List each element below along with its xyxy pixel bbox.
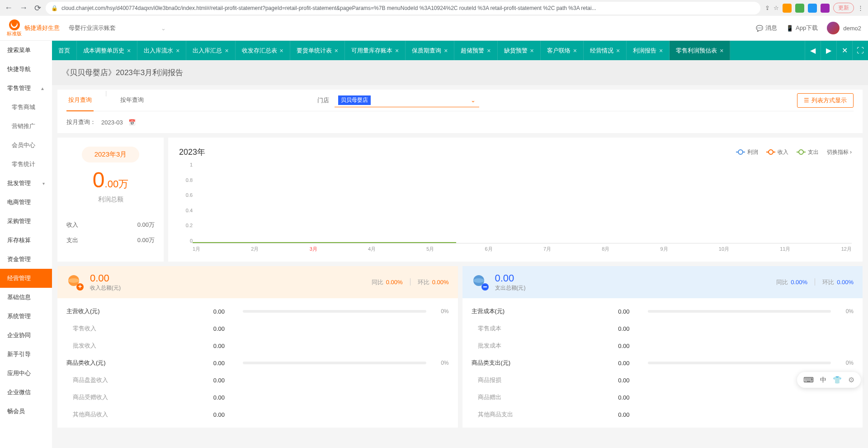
sidebar-item[interactable]: 基础信息	[0, 288, 52, 307]
tab[interactable]: 缺货预警×	[498, 41, 541, 60]
close-icon[interactable]: ×	[127, 47, 131, 54]
message-icon: 💬	[756, 25, 763, 32]
tab[interactable]: 出入库流水×	[137, 41, 186, 60]
sidebar-item[interactable]: 营销推广	[0, 117, 52, 136]
sidebar-item[interactable]: 企业协同	[0, 326, 52, 345]
switch-metric-button[interactable]: 切换指标 ›	[827, 148, 852, 156]
tab[interactable]: 出入库汇总×	[186, 41, 235, 60]
tab-scroll-right[interactable]: ▶	[821, 41, 836, 60]
data-row: 商品类收入(元)0.000%	[57, 354, 458, 372]
chevron-down-icon: ⌄	[471, 97, 476, 104]
shop-select: 门店 贝贝母婴店 ⌄	[317, 94, 479, 107]
sidebar-item[interactable]: 经营管理	[0, 269, 52, 288]
menu-icon[interactable]: ⋮	[858, 5, 863, 11]
sidebar-item[interactable]: 搜索菜单	[0, 41, 52, 60]
close-icon[interactable]: ×	[573, 47, 577, 54]
url-bar[interactable]: 🔒 cloud.chanjet.com/hsy/d400774daqxn/i0l…	[46, 2, 760, 14]
tab[interactable]: 保质期查询×	[406, 41, 454, 60]
data-row: 其他商品支出0.00	[462, 406, 863, 423]
tab[interactable]: 利润报告×	[627, 41, 670, 60]
avatar	[827, 22, 840, 34]
sidebar-item[interactable]: 零售统计	[0, 155, 52, 174]
settings-icon[interactable]: ⚙	[848, 376, 854, 384]
income-total-label: 收入总额(元)	[90, 284, 121, 292]
close-icon[interactable]: ×	[335, 47, 338, 54]
shop-dropdown[interactable]: 贝贝母婴店 ⌄	[335, 94, 479, 107]
star-icon[interactable]: ☆	[774, 5, 779, 11]
close-icon[interactable]: ×	[616, 47, 620, 54]
keyboard-icon[interactable]: ⌨	[803, 376, 814, 384]
message-button[interactable]: 💬 消息	[756, 24, 777, 32]
shop-label: 门店	[317, 96, 329, 105]
sidebar-item[interactable]: 企业微信	[0, 383, 52, 402]
sidebar-item[interactable]: 电商管理	[0, 193, 52, 212]
sidebar-item[interactable]: 会员中心	[0, 136, 52, 155]
sidebar-item[interactable]: 资金管理	[0, 250, 52, 269]
shirt-icon[interactable]: 👕	[833, 376, 842, 384]
ext-icon-2[interactable]	[795, 4, 804, 13]
tab[interactable]: 成本调整单历史×	[77, 41, 137, 60]
tenant-select[interactable]: 母婴行业演示账套 ⌄	[69, 24, 166, 32]
sidebar-item[interactable]: 系统管理	[0, 307, 52, 326]
tab[interactable]: 超储预警×	[454, 41, 497, 60]
data-row: 商品盘盈收入0.00	[57, 372, 458, 389]
filter-tab-month[interactable]: 按月查询	[66, 90, 94, 111]
legend-income[interactable]: 收入	[766, 148, 788, 156]
lock-icon: 🔒	[51, 5, 58, 11]
tab[interactable]: 客户联络×	[541, 41, 584, 60]
float-tools[interactable]: ⌨ 中 👕 ⚙	[797, 372, 861, 388]
sidebar-item[interactable]: 畅会员	[0, 402, 52, 421]
tab[interactable]: 可用量库存账本×	[345, 41, 406, 60]
ext-icon-3[interactable]	[808, 4, 817, 13]
sidebar-item[interactable]: 快捷导航	[0, 60, 52, 79]
sidebar-item[interactable]: 零售管理▲	[0, 79, 52, 98]
logo[interactable]: 标准版 畅捷通好生意	[7, 19, 60, 37]
sidebar-item[interactable]: 库存核算	[0, 231, 52, 250]
close-icon[interactable]: ×	[280, 47, 283, 54]
forward-icon[interactable]: →	[19, 3, 28, 13]
update-badge[interactable]: 更新	[833, 3, 854, 13]
sidebar-item[interactable]: 采购管理	[0, 212, 52, 231]
close-icon[interactable]: ×	[176, 47, 179, 54]
profit-total-label: 利润总额	[66, 195, 155, 204]
page-title: 《贝贝母婴店》2023年3月利润报告	[52, 60, 868, 85]
close-icon[interactable]: ×	[225, 47, 228, 54]
close-icon[interactable]: ×	[395, 47, 399, 54]
data-row: 批发成本0.00	[462, 337, 863, 354]
tab[interactable]: 首页	[52, 41, 77, 60]
tab[interactable]: 零售利润预估表×	[670, 41, 730, 60]
ext-icon-1[interactable]	[783, 4, 792, 13]
legend-profit[interactable]: 利润	[736, 148, 758, 156]
back-icon[interactable]: ←	[5, 3, 13, 13]
brand-label: 畅捷通好生意	[24, 24, 60, 32]
filter-tab-year[interactable]: 按年查询	[118, 90, 146, 111]
tab[interactable]: 要货单统计表×	[290, 41, 345, 60]
close-icon[interactable]: ×	[659, 47, 663, 54]
legend-expense[interactable]: 支出	[797, 148, 819, 156]
tab[interactable]: 经营情况×	[584, 41, 627, 60]
app-download-button[interactable]: 📱 App下载	[786, 24, 818, 32]
sidebar-item[interactable]: 应用中心	[0, 364, 52, 383]
list-view-button[interactable]: ☰ 列表方式显示	[797, 93, 854, 108]
close-icon[interactable]: ×	[530, 47, 534, 54]
ime-lang[interactable]: 中	[820, 376, 826, 384]
sidebar-item[interactable]: 零售商城	[0, 98, 52, 117]
zero-line	[193, 243, 852, 243]
sidebar-item[interactable]: 新手引导	[0, 345, 52, 364]
calendar-icon[interactable]: 📅	[128, 119, 136, 126]
sidebar-item[interactable]: 批发管理▾	[0, 174, 52, 193]
svg-text:+: +	[78, 283, 82, 290]
close-icon[interactable]: ×	[444, 47, 448, 54]
user-info[interactable]: demo2	[827, 22, 861, 34]
expense-total-label: 支出总额(元)	[495, 284, 526, 292]
tab-close-all[interactable]: ✕	[836, 41, 852, 60]
tab[interactable]: 收发存汇总表×	[236, 41, 290, 60]
close-icon[interactable]: ×	[487, 47, 491, 54]
share-icon[interactable]: ⇪	[765, 5, 770, 11]
tab-fullscreen[interactable]: ⛶	[852, 41, 868, 60]
tab-scroll-left[interactable]: ◀	[805, 41, 821, 60]
ext-icon-4[interactable]	[821, 4, 830, 13]
expense-total: 0.00	[495, 272, 526, 284]
close-icon[interactable]: ×	[720, 47, 723, 54]
reload-icon[interactable]: ⟳	[34, 3, 41, 13]
